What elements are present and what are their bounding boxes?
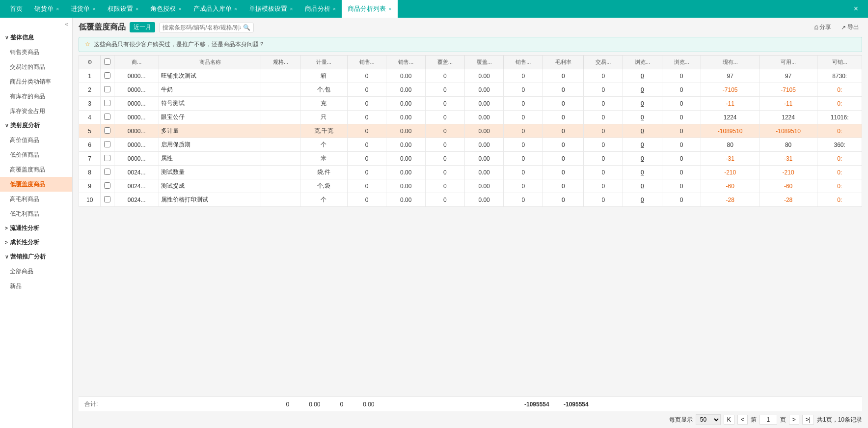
- table-cell: 0000...: [114, 97, 159, 111]
- table-cell[interactable]: [101, 83, 114, 97]
- table-cell: -60: [759, 179, 817, 193]
- next-page-button[interactable]: >: [789, 415, 799, 425]
- table-cell: 0.00: [464, 166, 504, 179]
- table-cell[interactable]: 0: [623, 179, 662, 193]
- table-cell[interactable]: [101, 166, 114, 179]
- sidebar-item-new-goods[interactable]: 新品: [0, 279, 72, 293]
- table-footer: 合计: 0 0.00 0 0.00 -1095554 -1095554: [79, 397, 862, 411]
- nav-product-analysis[interactable]: 商品分析 ×: [299, 0, 342, 18]
- sidebar-section-coverage[interactable]: ∨ 类射度分析: [0, 118, 72, 133]
- table-cell: 0: [662, 193, 701, 207]
- nav-product-inbound[interactable]: 产成品入库单 ×: [188, 0, 243, 18]
- table-cell: 0: [543, 193, 584, 207]
- table-cell: -28: [759, 193, 817, 207]
- table-cell[interactable]: [101, 97, 114, 111]
- last-page-button[interactable]: >|: [802, 415, 814, 425]
- table-cell: 0: [584, 138, 623, 152]
- col-browse1-header: 浏览...: [623, 56, 662, 69]
- nav-close-icon[interactable]: ×: [92, 6, 95, 12]
- nav-close-icon[interactable]: ×: [388, 6, 391, 12]
- current-page-input[interactable]: [760, 415, 777, 425]
- table-cell[interactable]: 0: [623, 97, 662, 111]
- sidebar-item-category-rate[interactable]: 商品分类动销率: [0, 74, 72, 89]
- table-cell: 0:: [817, 166, 862, 179]
- nav-purchase-order[interactable]: 进货单 ×: [65, 0, 101, 18]
- nav-close-icon[interactable]: ×: [234, 6, 237, 12]
- table-cell[interactable]: 0: [623, 138, 662, 152]
- nav-product-analysis-list[interactable]: 商品分析列表 ×: [342, 0, 397, 18]
- table-cell: [261, 124, 300, 138]
- select-all-checkbox[interactable]: [104, 58, 110, 65]
- export-button[interactable]: ↗ 导出: [838, 22, 862, 33]
- table-cell: 0000...: [114, 138, 159, 152]
- sidebar-item-sales-goods[interactable]: 销售类商品: [0, 45, 72, 59]
- table-cell[interactable]: 0: [623, 124, 662, 138]
- table-cell[interactable]: [101, 124, 114, 138]
- sidebar-section-marketing[interactable]: ∨ 营销推广分析: [0, 250, 72, 264]
- table-cell: 0.00: [464, 138, 504, 152]
- search-box: 🔍: [159, 23, 254, 32]
- table-cell[interactable]: 0: [623, 152, 662, 166]
- sidebar-item-low-margin[interactable]: 低毛利商品: [0, 206, 72, 221]
- sidebar-collapse-button[interactable]: «: [0, 18, 72, 30]
- sidebar-section-growth[interactable]: > 成长性分析: [0, 235, 72, 250]
- sidebar-item-inventory-funds[interactable]: 库存资金占用: [0, 104, 72, 118]
- table-cell[interactable]: [101, 69, 114, 83]
- table-cell: -210: [701, 166, 759, 179]
- table-cell[interactable]: 0: [623, 69, 662, 83]
- table-cell: 0: [426, 83, 465, 97]
- table-cell: 属性价格打印测试: [159, 193, 261, 207]
- nav-sales-order[interactable]: 销货单 ×: [28, 0, 65, 18]
- col-settings[interactable]: ⚙: [79, 56, 101, 69]
- table-cell[interactable]: 0: [623, 111, 662, 124]
- info-banner: ☆ 这些商品只有很少客户购买过，是推广不够，还是商品本身问题？: [79, 37, 862, 52]
- table-cell[interactable]: 0: [623, 193, 662, 207]
- sidebar-section-liquidity[interactable]: > 流通性分析: [0, 221, 72, 235]
- window-close-button[interactable]: ×: [848, 4, 864, 13]
- table-cell[interactable]: [101, 111, 114, 124]
- nav-close-icon[interactable]: ×: [136, 6, 138, 12]
- sidebar-item-all-goods[interactable]: 全部商品: [0, 264, 72, 279]
- nav-permission-settings[interactable]: 权限设置 ×: [102, 0, 144, 18]
- nav-close-icon[interactable]: ×: [333, 6, 336, 12]
- table-cell: [261, 97, 300, 111]
- nav-close-icon[interactable]: ×: [56, 6, 59, 12]
- nav-close-icon[interactable]: ×: [178, 6, 181, 12]
- table-cell[interactable]: [101, 152, 114, 166]
- table-cell[interactable]: 0: [623, 83, 662, 97]
- nav-home[interactable]: 首页: [4, 0, 28, 18]
- sidebar-section-overall[interactable]: ∨ 整体信息: [0, 30, 72, 45]
- sidebar-item-high-margin[interactable]: 高毛利商品: [0, 192, 72, 206]
- search-input[interactable]: [163, 24, 241, 31]
- sidebar-item-high-value[interactable]: 高价值商品: [0, 133, 72, 147]
- table-cell: -7105: [701, 83, 759, 97]
- nav-close-icon[interactable]: ×: [290, 6, 293, 12]
- table-cell: 0: [543, 69, 584, 83]
- sidebar-item-stocked-goods[interactable]: 有库存的商品: [0, 89, 72, 104]
- table-cell[interactable]: [101, 138, 114, 152]
- table-cell: 2: [79, 83, 101, 97]
- period-button[interactable]: 近一月: [130, 22, 155, 32]
- sidebar-item-traded-goods[interactable]: 交易过的商品: [0, 59, 72, 74]
- table-cell[interactable]: [101, 179, 114, 193]
- nav-template-settings[interactable]: 单据模板设置 ×: [243, 0, 298, 18]
- sidebar-item-low-coverage[interactable]: 低覆盖度商品: [0, 177, 72, 192]
- share-button[interactable]: ⎙ 分享: [812, 22, 834, 33]
- data-table-wrapper: ⚙ 商... 商品名称 规格... 计量... 销售... 销售... 覆盖..…: [79, 55, 862, 397]
- table-cell: 0: [504, 124, 543, 138]
- col-browse2-header: 浏览...: [662, 56, 701, 69]
- nav-role-auth[interactable]: 角色授权 ×: [144, 0, 187, 18]
- per-page-select[interactable]: 10 20 50 100: [696, 414, 721, 425]
- table-cell[interactable]: [101, 193, 114, 207]
- prev-page-button[interactable]: <: [737, 415, 748, 425]
- table-cell[interactable]: 0: [623, 166, 662, 179]
- sidebar-item-high-coverage[interactable]: 高覆盖度商品: [0, 162, 72, 177]
- table-cell: 克: [300, 97, 347, 111]
- table-cell: 4: [79, 111, 101, 124]
- table-cell: 0.00: [386, 69, 426, 83]
- sidebar-item-low-value[interactable]: 低价值商品: [0, 147, 72, 162]
- first-page-button[interactable]: K: [724, 415, 734, 425]
- table-cell: 属性: [159, 152, 261, 166]
- table-row: 80024...测试数量袋,件00.0000.0000000-210-2100:: [79, 166, 862, 179]
- table-cell: 1224: [701, 111, 759, 124]
